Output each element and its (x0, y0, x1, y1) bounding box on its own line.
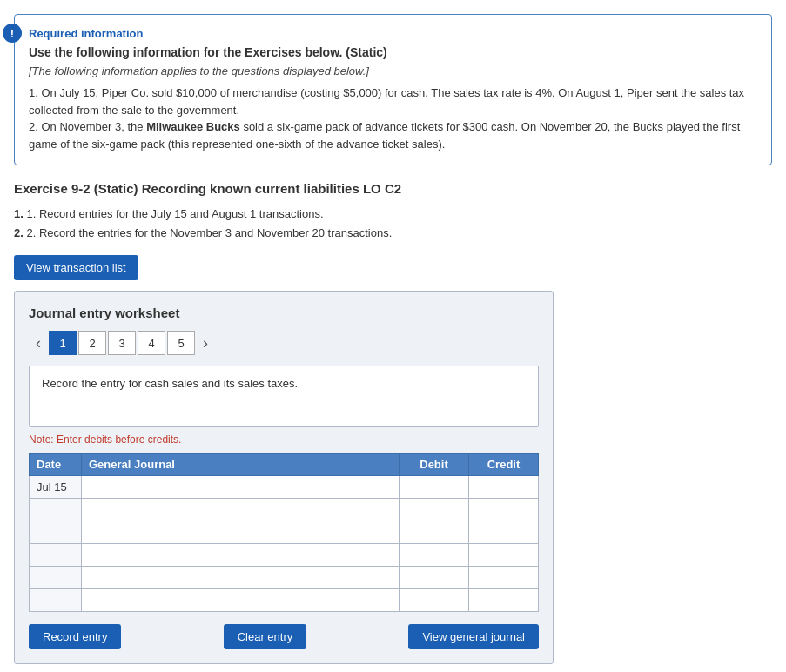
debit-cell-6[interactable] (400, 589, 469, 612)
debit-input-5[interactable] (400, 567, 468, 588)
journal-input-3[interactable] (82, 521, 399, 543)
info-point-2: 2. On November 3, the Milwaukee Bucks so… (29, 118, 757, 152)
page-4[interactable]: 4 (138, 331, 165, 355)
debit-input-1[interactable] (400, 476, 468, 498)
exercise-instructions: 1. 1. Record entries for the July 15 and… (14, 205, 772, 243)
date-cell-3 (30, 521, 82, 544)
journal-input-4[interactable] (82, 544, 399, 566)
table-row (30, 499, 539, 521)
col-header-general-journal: General Journal (82, 454, 400, 476)
page-3[interactable]: 3 (108, 331, 136, 355)
info-icon: ! (3, 24, 22, 43)
credit-input-1[interactable] (469, 476, 538, 498)
credit-cell-4[interactable] (469, 544, 539, 567)
worksheet-title: Journal entry worksheet (29, 306, 539, 320)
date-cell-4 (30, 544, 82, 567)
col-header-date: Date (30, 454, 82, 476)
view-general-journal-button[interactable]: View general journal (408, 624, 539, 649)
page-1[interactable]: 1 (49, 331, 77, 355)
debit-input-6[interactable] (400, 589, 468, 611)
journal-table: Date General Journal Debit Credit Jul 15 (29, 453, 539, 612)
date-cell-6 (30, 589, 82, 612)
table-row (30, 544, 539, 567)
page-5[interactable]: 5 (167, 331, 195, 355)
info-point-2-prefix: 2. On November 3, the Milwaukee Bucks so… (29, 120, 740, 151)
col-header-debit: Debit (400, 454, 469, 476)
worksheet-container: Journal entry worksheet ‹ 1 2 3 4 5 › Re… (14, 291, 554, 664)
credit-cell-1[interactable] (469, 476, 539, 499)
required-label: Required information (29, 27, 757, 40)
view-transaction-button[interactable]: View transaction list (14, 255, 138, 280)
debit-input-3[interactable] (400, 521, 468, 543)
instruction-text: Record the entry for cash sales and its … (42, 377, 298, 390)
exercise-instruction-2: 2. 2. Record the entries for the Novembe… (14, 224, 772, 243)
exercise-instruction-1: 1. 1. Record entries for the July 15 and… (14, 205, 772, 224)
prev-page-button[interactable]: ‹ (29, 333, 48, 354)
credit-cell-2[interactable] (469, 499, 539, 521)
date-cell-1: Jul 15 (30, 476, 82, 499)
debit-cell-3[interactable] (400, 521, 469, 544)
table-row: Jul 15 (30, 476, 539, 499)
info-point-1: 1. On July 15, Piper Co. sold $10,000 of… (29, 84, 757, 118)
journal-cell-4[interactable] (82, 544, 400, 567)
table-row (30, 521, 539, 544)
credit-cell-5[interactable] (469, 567, 539, 589)
journal-cell-5[interactable] (82, 567, 400, 589)
static-title: Use the following information for the Ex… (29, 45, 757, 59)
col-header-credit: Credit (469, 454, 539, 476)
exercise-title: Exercise 9-2 (Static) Recording known cu… (14, 181, 772, 196)
credit-cell-6[interactable] (469, 589, 539, 612)
instruction-box: Record the entry for cash sales and its … (29, 366, 539, 427)
date-cell-5 (30, 567, 82, 589)
debit-input-4[interactable] (400, 544, 468, 566)
credit-cell-3[interactable] (469, 521, 539, 544)
journal-input-2[interactable] (82, 499, 399, 521)
credit-input-4[interactable] (469, 544, 538, 566)
applies-text: [The following information applies to th… (29, 64, 757, 77)
credit-input-5[interactable] (469, 567, 538, 588)
credit-input-6[interactable] (469, 589, 538, 611)
table-row (30, 567, 539, 589)
credit-input-2[interactable] (469, 499, 538, 521)
record-entry-button[interactable]: Record entry (29, 624, 121, 649)
debit-cell-1[interactable] (400, 476, 469, 499)
clear-entry-button[interactable]: Clear entry (224, 624, 307, 649)
credit-input-3[interactable] (469, 521, 538, 543)
table-row (30, 589, 539, 612)
debit-cell-4[interactable] (400, 544, 469, 567)
journal-input-5[interactable] (82, 567, 399, 588)
debit-input-2[interactable] (400, 499, 468, 521)
debit-cell-2[interactable] (400, 499, 469, 521)
journal-input-1[interactable] (82, 476, 399, 498)
debit-cell-5[interactable] (400, 567, 469, 589)
journal-cell-1[interactable] (82, 476, 400, 499)
note-text: Note: Enter debits before credits. (29, 433, 539, 446)
info-box: ! Required information Use the following… (14, 14, 772, 165)
page-2[interactable]: 2 (78, 331, 106, 355)
info-content: 1. On July 15, Piper Co. sold $10,000 of… (29, 84, 757, 152)
next-page-button[interactable]: › (196, 333, 215, 354)
journal-cell-6[interactable] (82, 589, 400, 612)
pagination: ‹ 1 2 3 4 5 › (29, 331, 539, 355)
journal-input-6[interactable] (82, 589, 399, 611)
journal-cell-3[interactable] (82, 521, 400, 544)
date-cell-2 (30, 499, 82, 521)
bottom-buttons: Record entry Clear entry View general jo… (29, 624, 539, 649)
journal-cell-2[interactable] (82, 499, 400, 521)
